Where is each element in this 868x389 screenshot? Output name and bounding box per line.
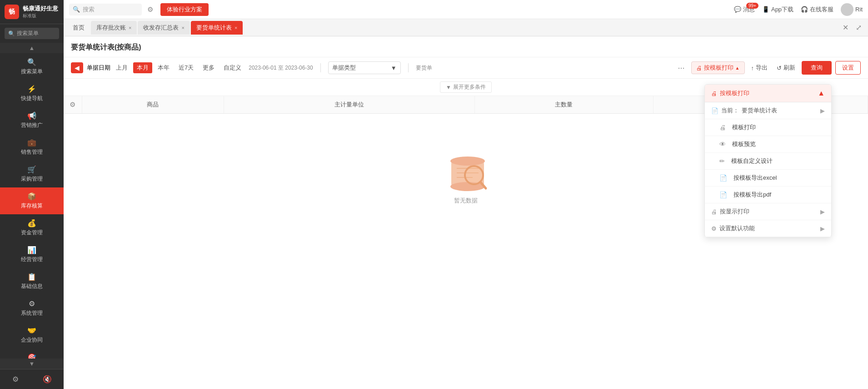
date-range: 2023-06-01 至 2023-06-30	[249, 64, 313, 72]
expand-icon: ▼	[446, 84, 451, 91]
user-profile[interactable]: Rit	[841, 3, 863, 16]
sidebar-item-basic[interactable]: 📋 基础信息	[0, 268, 64, 295]
online-service-button[interactable]: 🎧 在线客服	[801, 5, 833, 14]
tab-batch-close[interactable]: ×	[129, 25, 131, 30]
date-current-month[interactable]: 本月	[133, 62, 152, 73]
print-dropdown-header[interactable]: 🖨 按模板打印 ▲	[705, 85, 831, 102]
logo-text: 畅康通好生意 标准版	[23, 5, 58, 19]
sidebar-item-label: 库存核算	[21, 202, 43, 210]
main-area: 🔍 搜索 ⚙ 体验行业方案 💬 消息 99+ 📱 App下载 🎧 在线客服 Ri…	[64, 0, 868, 389]
display-print-section[interactable]: 🖨 按显示打印 ▶	[705, 203, 831, 220]
print-collapse-icon[interactable]: ▲	[818, 89, 825, 97]
tab-batch[interactable]: 库存批次账 ×	[91, 21, 137, 35]
mute-icon[interactable]: 🔇	[41, 373, 54, 385]
export-button[interactable]: ↑ 导出	[748, 62, 771, 74]
tab-receipt-close[interactable]: ×	[181, 25, 184, 30]
tab-order-stats-close[interactable]: ×	[234, 25, 237, 30]
maximize-button[interactable]: ⤢	[853, 22, 864, 33]
export-pdf-item[interactable]: 📄 按模板导出pdf	[705, 187, 831, 203]
date-more[interactable]: 更多	[199, 62, 218, 73]
sidebar-search[interactable]: 🔍 搜索菜单	[5, 28, 59, 39]
template-design-item[interactable]: ✏ 模板自定义设计	[705, 153, 831, 170]
app-download-button[interactable]: 📱 App下载	[762, 5, 793, 14]
export-icon: ↑	[751, 65, 754, 71]
more-button[interactable]: ···	[675, 62, 688, 74]
order-type-label: 单据类型	[332, 64, 356, 72]
date-last7[interactable]: 近7天	[175, 62, 197, 73]
export-excel-label: 按模板导出excel	[733, 174, 777, 182]
display-print-icon: 🖨	[711, 208, 717, 215]
template-design-icon: ✏	[719, 157, 725, 165]
sidebar-item-operations[interactable]: 📊 经营管理	[0, 241, 64, 268]
order-category-label: 要货单	[416, 64, 432, 72]
sidebar-item-purchase[interactable]: 🛒 采购管理	[0, 161, 64, 187]
tab-order-stats[interactable]: 要货单统计表 ×	[191, 21, 243, 35]
template-preview-icon: 👁	[719, 141, 726, 148]
collapse-button[interactable]: ◀	[71, 62, 83, 73]
experience-button[interactable]: 体验行业方案	[160, 3, 209, 16]
message-button[interactable]: 💬 消息 99+	[734, 5, 755, 14]
sidebar-item-inventory[interactable]: 📦 库存核算	[0, 187, 64, 214]
current-label: 当前：	[721, 106, 739, 115]
settings-bottom-icon[interactable]: ⚙	[10, 373, 20, 385]
sidebar-item-label: 搜索菜单	[21, 68, 43, 76]
tab-home[interactable]: 首页	[67, 21, 90, 35]
avatar	[841, 3, 853, 16]
export-excel-item[interactable]: 📄 按模板导出excel	[705, 170, 831, 187]
top-search[interactable]: 🔍 搜索	[69, 4, 142, 15]
display-print-arrow: ▶	[820, 208, 825, 215]
content-area: 要货单统计表(按商品) ◀ 单据日期 上月 本月 本年 近7天 更多 自定义 2…	[64, 36, 868, 389]
order-type-select[interactable]: 单据类型 ▼	[328, 61, 401, 74]
settings-button[interactable]: 设置	[835, 61, 861, 75]
sidebar-item-finance[interactable]: 💰 资金管理	[0, 214, 64, 241]
col-unit: 主计量单位	[224, 96, 475, 114]
set-default-section[interactable]: ⚙ 设置默认功能 ▶	[705, 220, 831, 237]
print-header-icon: 🖨	[711, 90, 717, 97]
sidebar-scroll-down[interactable]: ▼	[0, 359, 64, 369]
query-button[interactable]: 查询	[802, 61, 832, 75]
export-excel-icon: 📄	[719, 174, 727, 182]
set-default-icon: ⚙	[711, 225, 717, 232]
toolbar: ◀ 单据日期 上月 本月 本年 近7天 更多 自定义 2023-06-01 至 …	[64, 57, 868, 79]
print-header-label: 按模板打印	[720, 89, 749, 97]
sidebar-scroll-up[interactable]: ▲	[0, 43, 64, 53]
sidebar-bottom: ⚙ 🔇	[0, 369, 64, 389]
sidebar-item-search[interactable]: 🔍 搜索菜单	[0, 53, 64, 80]
template-preview-item[interactable]: 👁 模板预览	[705, 136, 831, 153]
sidebar-item-system[interactable]: ⚙ 系统管理	[0, 295, 64, 322]
sidebar-item-label: 营销推广	[21, 121, 43, 129]
sidebar-item-label: 采购管理	[21, 175, 43, 183]
table-settings-icon[interactable]: ⚙	[70, 101, 75, 108]
chevron-down-icon: ▼	[391, 65, 397, 71]
sidebar-item-newbie[interactable]: 🎯 新手引导	[0, 349, 64, 359]
close-tab-button[interactable]: ✕	[840, 22, 851, 33]
print-dropdown-title: 🖨 按模板打印	[711, 89, 749, 97]
template-print-item[interactable]: 🖨 模板打印	[705, 119, 831, 136]
quick-icon: ⚡	[27, 85, 36, 93]
expand-conditions-button[interactable]: ▼ 展开更多条件	[440, 81, 492, 93]
sidebar-item-sales[interactable]: 💼 销售管理	[0, 134, 64, 161]
date-label: 单据日期	[87, 64, 110, 72]
current-template-left: 📄 当前： 要货单统计表	[711, 106, 777, 115]
page-title: 要货单统计表(按商品)	[71, 43, 141, 51]
date-prev-month[interactable]: 上月	[112, 62, 131, 73]
print-current-template[interactable]: 📄 当前： 要货单统计表 ▶	[705, 102, 831, 119]
search-label: 搜索菜单	[17, 30, 39, 37]
sidebar-item-marketing[interactable]: 📢 营销推广	[0, 107, 64, 134]
sidebar-item-label: 经营管理	[21, 256, 43, 263]
print-template-button[interactable]: 🖨 按模板打印 ▲	[691, 61, 745, 74]
date-current-year[interactable]: 本年	[154, 62, 173, 73]
date-custom[interactable]: 自定义	[220, 62, 245, 73]
sidebar-item-collab[interactable]: 🤝 企业协同	[0, 322, 64, 349]
expand-label: 展开更多条件	[453, 83, 486, 91]
tab-receipt[interactable]: 收发存汇总表 ×	[138, 21, 190, 35]
current-template-icon: 📄	[711, 107, 718, 114]
date-filter: 单据日期 上月 本月 本年 近7天 更多 自定义 2023-06-01 至 20…	[87, 62, 313, 73]
gear-icon[interactable]: ⚙	[147, 5, 153, 14]
sidebar-item-quick[interactable]: ⚡ 快捷导航	[0, 80, 64, 107]
refresh-button[interactable]: ↺ 刷新	[774, 62, 798, 74]
display-print-left: 🖨 按显示打印	[711, 207, 749, 216]
message-icon: 💬	[734, 6, 741, 13]
logo-icon: 畅	[5, 5, 19, 19]
sidebar-item-label: 销售管理	[21, 148, 43, 156]
